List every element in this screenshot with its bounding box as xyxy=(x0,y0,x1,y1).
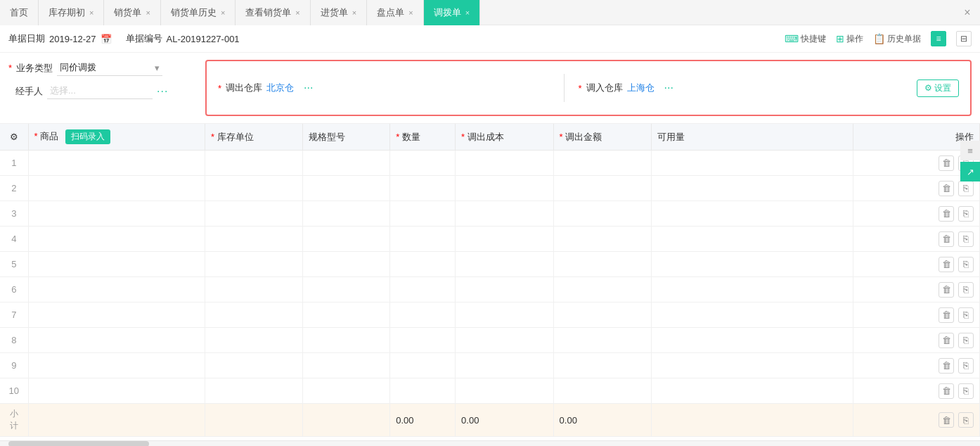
row-product[interactable] xyxy=(28,151,205,176)
row-amount[interactable] xyxy=(553,277,652,302)
tab-view-sales[interactable]: 查看销货单 × xyxy=(236,0,310,25)
delete-row-btn[interactable]: 🗑 xyxy=(939,282,954,298)
row-qty[interactable] xyxy=(390,277,456,302)
row-qty[interactable] xyxy=(390,151,456,176)
row-amount[interactable] xyxy=(553,328,652,353)
row-available[interactable] xyxy=(652,151,853,176)
row-qty[interactable] xyxy=(390,252,456,277)
row-product[interactable] xyxy=(28,252,205,277)
copy-row-btn[interactable]: ⎘ xyxy=(958,307,974,323)
row-cost[interactable] xyxy=(456,151,554,176)
row-product[interactable] xyxy=(28,227,205,252)
row-amount[interactable] xyxy=(553,227,652,252)
row-amount[interactable] xyxy=(553,252,652,277)
row-available[interactable] xyxy=(652,227,853,252)
tab-close-purchase[interactable]: × xyxy=(352,8,356,17)
tab-close-sales-history[interactable]: × xyxy=(221,8,225,17)
copy-row-btn[interactable]: ⎘ xyxy=(958,358,974,374)
copy-row-btn[interactable]: ⎘ xyxy=(958,333,974,348)
row-product[interactable] xyxy=(28,277,205,302)
horizontal-scrollbar[interactable] xyxy=(0,440,980,446)
row-cost[interactable] xyxy=(456,277,554,302)
row-product[interactable] xyxy=(28,328,205,353)
scrollbar-thumb[interactable] xyxy=(8,441,149,446)
row-unit[interactable] xyxy=(205,378,303,404)
row-product[interactable] xyxy=(28,353,205,378)
row-spec[interactable] xyxy=(303,252,390,277)
row-cost[interactable] xyxy=(456,328,554,353)
row-cost[interactable] xyxy=(456,353,554,378)
row-product[interactable] xyxy=(28,302,205,328)
biz-type-select[interactable]: 同价调拨 ▾ xyxy=(57,60,162,76)
subtotal-delete-btn[interactable]: 🗑 xyxy=(939,412,954,428)
delete-row-btn[interactable]: 🗑 xyxy=(939,206,954,222)
copy-row-btn[interactable]: ⎘ xyxy=(958,181,974,196)
row-available[interactable] xyxy=(652,201,853,227)
row-spec[interactable] xyxy=(303,151,390,176)
settings-button[interactable]: ⚙ 设置 xyxy=(917,79,959,97)
row-spec[interactable] xyxy=(303,302,390,328)
row-available[interactable] xyxy=(652,378,853,404)
calendar-icon[interactable]: 📅 xyxy=(101,34,112,44)
row-available[interactable] xyxy=(652,302,853,328)
tab-close-transfer[interactable]: × xyxy=(465,8,470,17)
tab-inventory[interactable]: 盘点单 × xyxy=(367,0,423,25)
row-available[interactable] xyxy=(652,353,853,378)
row-qty[interactable] xyxy=(390,302,456,328)
history-btn[interactable]: 📋 历史单据 xyxy=(873,33,921,45)
row-unit[interactable] xyxy=(205,302,303,328)
copy-row-btn[interactable]: ⎘ xyxy=(958,383,974,399)
row-unit[interactable] xyxy=(205,201,303,227)
row-available[interactable] xyxy=(652,328,853,353)
tab-purchase[interactable]: 进货单 × xyxy=(311,0,367,25)
row-amount[interactable] xyxy=(553,176,652,201)
row-spec[interactable] xyxy=(303,227,390,252)
row-available[interactable] xyxy=(652,252,853,277)
grid-view-btn[interactable]: ⊟ xyxy=(956,31,972,46)
row-amount[interactable] xyxy=(553,302,652,328)
row-cost[interactable] xyxy=(456,201,554,227)
handler-more-btn[interactable]: ··· xyxy=(157,85,168,98)
tab-inventory-init[interactable]: 库存期初 × xyxy=(39,0,104,25)
row-spec[interactable] xyxy=(303,201,390,227)
tab-sales-history[interactable]: 销货单历史 × xyxy=(161,0,236,25)
row-amount[interactable] xyxy=(553,151,652,176)
row-product[interactable] xyxy=(28,201,205,227)
warehouse-out-more-btn[interactable]: ··· xyxy=(304,82,313,94)
row-amount[interactable] xyxy=(553,201,652,227)
row-cost[interactable] xyxy=(456,227,554,252)
copy-row-btn[interactable]: ⎘ xyxy=(958,231,974,247)
row-qty[interactable] xyxy=(390,176,456,201)
tab-close-view-sales[interactable]: × xyxy=(295,8,299,17)
row-unit[interactable] xyxy=(205,151,303,176)
copy-row-btn[interactable]: ⎘ xyxy=(958,206,974,222)
row-unit[interactable] xyxy=(205,227,303,252)
handler-select[interactable]: 选择... xyxy=(47,83,153,99)
row-unit[interactable] xyxy=(205,252,303,277)
col-gear[interactable]: ⚙ xyxy=(0,124,28,151)
row-product[interactable] xyxy=(28,378,205,404)
delete-row-btn[interactable]: 🗑 xyxy=(939,181,954,196)
row-qty[interactable] xyxy=(390,353,456,378)
scan-entry-btn[interactable]: 扫码录入 xyxy=(65,129,110,144)
delete-row-btn[interactable]: 🗑 xyxy=(939,333,954,348)
tab-close-sales-order[interactable]: × xyxy=(146,8,150,17)
row-available[interactable] xyxy=(652,176,853,201)
table-gear-icon[interactable]: ⚙ xyxy=(10,132,18,142)
row-amount[interactable] xyxy=(553,378,652,404)
row-spec[interactable] xyxy=(303,328,390,353)
row-qty[interactable] xyxy=(390,201,456,227)
row-unit[interactable] xyxy=(205,353,303,378)
copy-row-btn[interactable]: ⎘ xyxy=(958,282,974,298)
float-export-btn[interactable]: ↗ xyxy=(960,162,980,181)
tab-home[interactable]: 首页 xyxy=(0,0,39,25)
delete-row-btn[interactable]: 🗑 xyxy=(939,383,954,399)
copy-row-btn[interactable]: ⎘ xyxy=(958,257,974,272)
delete-row-btn[interactable]: 🗑 xyxy=(939,231,954,247)
row-amount[interactable] xyxy=(553,353,652,378)
row-unit[interactable] xyxy=(205,328,303,353)
row-unit[interactable] xyxy=(205,176,303,201)
row-cost[interactable] xyxy=(456,302,554,328)
list-view-btn[interactable]: ≡ xyxy=(931,31,946,46)
row-qty[interactable] xyxy=(390,328,456,353)
